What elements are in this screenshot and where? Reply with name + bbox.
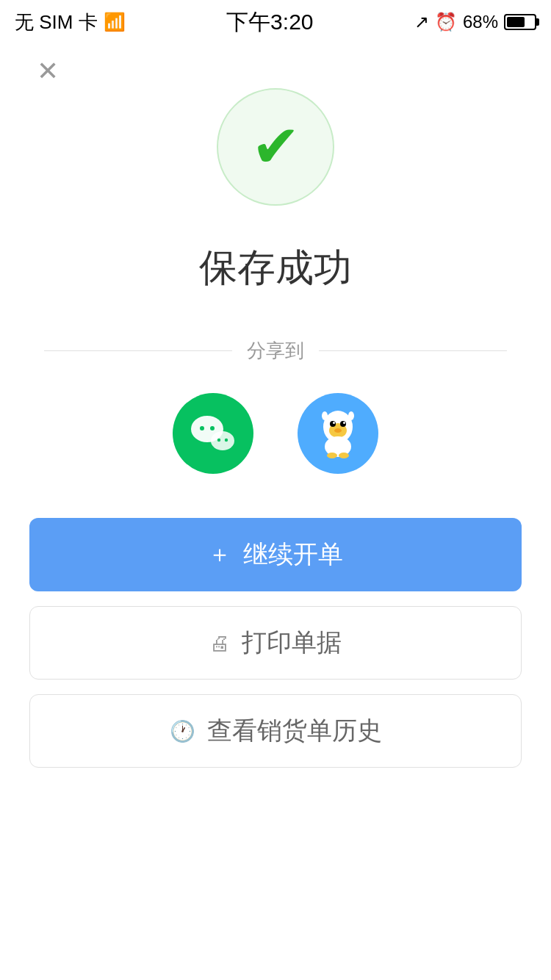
history-button-label: 查看销货单历史 bbox=[207, 714, 382, 748]
svg-point-8 bbox=[330, 421, 336, 427]
success-title: 保存成功 bbox=[199, 242, 352, 294]
qq-svg bbox=[316, 408, 360, 458]
wifi-icon: 📶 bbox=[104, 12, 126, 32]
svg-point-18 bbox=[348, 411, 354, 420]
svg-point-4 bbox=[217, 439, 220, 442]
svg-point-10 bbox=[333, 422, 335, 424]
divider-line-right bbox=[319, 350, 507, 351]
battery-indicator bbox=[504, 14, 536, 30]
battery-percent: 68% bbox=[463, 12, 498, 32]
status-left: 无 SIM 卡 📶 bbox=[15, 10, 126, 35]
printer-icon: 🖨 bbox=[209, 631, 230, 655]
share-divider: 分享到 bbox=[0, 338, 551, 364]
svg-point-16 bbox=[339, 453, 349, 458]
wechat-share-button[interactable] bbox=[173, 393, 253, 474]
time-display: 下午3:20 bbox=[226, 7, 313, 37]
carrier-text: 无 SIM 卡 bbox=[15, 10, 98, 35]
alarm-icon: ⏰ bbox=[435, 12, 457, 32]
battery-box bbox=[504, 14, 536, 30]
print-button-label: 打印单据 bbox=[242, 626, 342, 660]
history-button[interactable]: 🕐 查看销货单历史 bbox=[29, 694, 522, 768]
svg-point-3 bbox=[210, 426, 215, 430]
main-content: ✔ 保存成功 分享到 bbox=[0, 44, 551, 768]
svg-point-1 bbox=[211, 431, 234, 450]
svg-point-15 bbox=[327, 453, 337, 458]
success-icon-circle: ✔ bbox=[217, 88, 334, 206]
divider-line-left bbox=[44, 350, 232, 351]
share-section: 分享到 bbox=[0, 338, 551, 474]
share-label: 分享到 bbox=[232, 338, 319, 364]
status-bar: 无 SIM 卡 📶 下午3:20 ↗ ⏰ 68% bbox=[0, 0, 551, 44]
qq-share-button[interactable] bbox=[298, 393, 378, 474]
history-icon: 🕐 bbox=[170, 719, 195, 743]
continue-button[interactable]: ＋ 继续开单 bbox=[29, 518, 522, 591]
close-button[interactable]: ✕ bbox=[29, 53, 66, 90]
close-icon: ✕ bbox=[37, 58, 59, 84]
svg-point-9 bbox=[340, 421, 346, 427]
action-buttons: ＋ 继续开单 🖨 打印单据 🕐 查看销货单历史 bbox=[0, 518, 551, 768]
checkmark-icon: ✔ bbox=[251, 118, 300, 176]
print-button[interactable]: 🖨 打印单据 bbox=[29, 606, 522, 680]
svg-point-14 bbox=[330, 440, 346, 455]
status-right: ↗ ⏰ 68% bbox=[414, 12, 536, 32]
svg-point-11 bbox=[343, 422, 345, 424]
wechat-svg bbox=[190, 414, 236, 453]
svg-point-17 bbox=[322, 411, 328, 420]
share-icons bbox=[173, 393, 378, 474]
location-icon: ↗ bbox=[414, 12, 429, 32]
svg-point-5 bbox=[225, 439, 228, 442]
svg-point-12 bbox=[334, 428, 342, 433]
battery-fill bbox=[507, 17, 525, 27]
continue-button-label: 继续开单 bbox=[243, 538, 343, 572]
time-text: 下午3:20 bbox=[226, 10, 313, 34]
svg-point-2 bbox=[200, 426, 204, 430]
plus-icon: ＋ bbox=[208, 538, 231, 571]
